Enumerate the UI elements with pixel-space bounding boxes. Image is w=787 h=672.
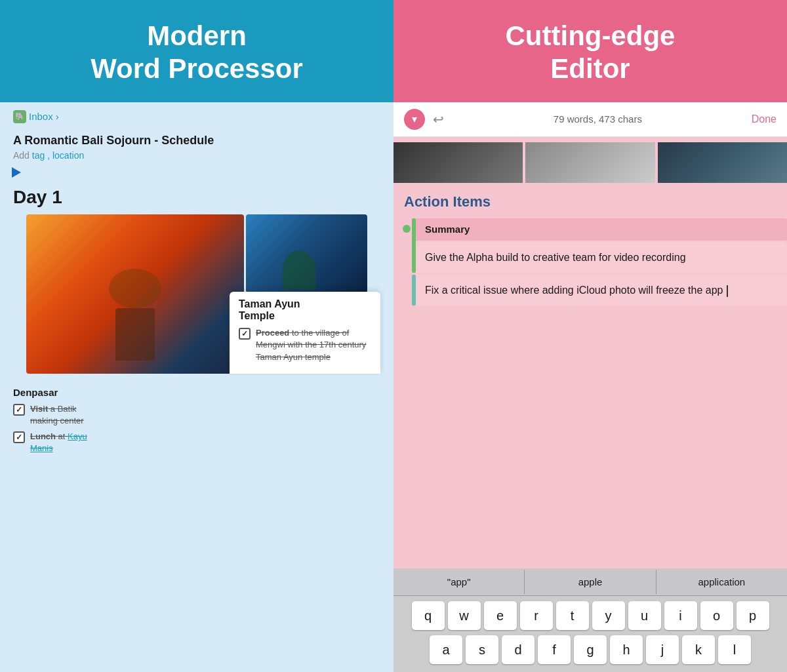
editor-toolbar: ▾ ↩ 79 words, 473 chars Done	[394, 102, 787, 137]
key-i[interactable]: i	[664, 601, 697, 630]
checklist-area: Denpasar Visit a Batikmaking center Lunc…	[0, 379, 394, 467]
key-y[interactable]: y	[592, 601, 625, 630]
left-panel: Modern Word Processor 🐘 Inbox › A Romant…	[0, 0, 394, 672]
text-cursor	[727, 285, 728, 297]
suggest-application[interactable]: application	[656, 570, 787, 594]
left-content: 🐘 Inbox › A Romantic Bali Sojourn - Sche…	[0, 102, 394, 672]
checkbox-proceed[interactable]	[239, 328, 251, 340]
chevron-down-icon: ▾	[412, 113, 417, 125]
summary-label: Summary	[425, 224, 470, 235]
undo-button[interactable]: ↩	[433, 111, 444, 127]
key-u[interactable]: u	[628, 601, 661, 630]
item-1-text: Give the Alpha build to creative team fo…	[425, 252, 686, 263]
editor-content[interactable]: Action Items Summary Give the Alpha buil…	[394, 183, 787, 568]
caption-card: Taman Ayun Temple Proceed to the village…	[230, 292, 380, 374]
key-h[interactable]: h	[610, 635, 643, 664]
key-k[interactable]: k	[682, 635, 715, 664]
evernote-icon: 🐘	[13, 110, 26, 123]
day-heading: Day 1	[0, 182, 394, 214]
checkbox-lunch[interactable]	[13, 431, 25, 443]
key-q[interactable]: q	[412, 601, 445, 630]
key-f[interactable]: f	[538, 635, 571, 664]
key-j[interactable]: j	[646, 635, 679, 664]
summary-box: Summary	[416, 218, 787, 241]
checkbox-visit[interactable]	[13, 404, 25, 416]
suggest-app-quoted[interactable]: "app"	[394, 570, 525, 594]
key-d[interactable]: d	[502, 635, 535, 664]
key-w[interactable]: w	[448, 601, 481, 630]
checklist-item-lunch: Lunch at KayuManis	[13, 431, 383, 454]
action-item-2: Fix a critical issue where adding iCloud…	[394, 275, 787, 306]
note-title: A Romantic Bali Sojourn - Schedule	[0, 131, 394, 149]
breadcrumb-text[interactable]: Inbox	[29, 111, 53, 122]
item-2-text: Fix a critical issue where adding iCloud…	[425, 285, 723, 296]
section-title: Action Items	[394, 193, 787, 210]
key-a[interactable]: a	[430, 635, 462, 664]
suggest-apple[interactable]: apple	[525, 570, 656, 594]
denpasar-section: Denpasar Visit a Batikmaking center Lunc…	[0, 379, 394, 467]
key-s[interactable]: s	[466, 635, 498, 664]
key-g[interactable]: g	[574, 635, 607, 664]
play-indicator-icon	[12, 167, 21, 178]
image-strip	[394, 137, 787, 183]
note-meta: Add tag , location	[0, 149, 394, 167]
keyboard: q w e r t y u i o p a s d f g h j k l	[394, 596, 787, 672]
key-t[interactable]: t	[556, 601, 589, 630]
keyboard-row-1: q w e r t y u i o p	[397, 601, 783, 630]
item-1-content[interactable]: Give the Alpha build to creative team fo…	[416, 242, 787, 273]
key-l[interactable]: l	[718, 635, 751, 664]
photo-top-right	[246, 214, 367, 293]
chevron-right-icon: ›	[56, 111, 59, 122]
checklist-text-visit: Visit a Batikmaking center	[30, 403, 84, 427]
expand-button[interactable]: ▾	[404, 109, 425, 130]
breadcrumb[interactable]: 🐘 Inbox ›	[0, 102, 394, 131]
image-thumb-1[interactable]	[394, 142, 523, 183]
item-2-content[interactable]: Fix a critical issue where adding iCloud…	[416, 275, 787, 306]
word-count-label: 79 words, 473 chars	[452, 113, 744, 125]
right-title: Cutting-edge Editor	[407, 20, 774, 86]
denpasar-label: Denpasar	[13, 387, 383, 398]
right-panel: Cutting-edge Editor ▾ ↩ 79 words, 473 ch…	[394, 0, 787, 672]
key-p[interactable]: p	[737, 601, 769, 630]
checklist-item-proceed: Proceed to the village of Mengwi with th…	[239, 327, 371, 363]
key-r[interactable]: r	[520, 601, 553, 630]
keyboard-row-2: a s d f g h j k l	[397, 635, 783, 664]
left-header: Modern Word Processor	[0, 0, 394, 102]
right-header: Cutting-edge Editor	[394, 0, 787, 102]
done-button[interactable]: Done	[752, 113, 777, 125]
action-item-1: Summary Give the Alpha build to creative…	[394, 218, 787, 273]
checklist-item-visit: Visit a Batikmaking center	[13, 403, 383, 427]
image-thumb-3[interactable]	[658, 142, 787, 183]
image-thumb-2[interactable]	[525, 142, 655, 183]
key-o[interactable]: o	[700, 601, 733, 630]
photo-section: Taman Ayun Temple Proceed to the village…	[13, 214, 380, 374]
checklist-text-proceed: Proceed to the village of Mengwi with th…	[256, 327, 371, 363]
photo-main	[26, 214, 244, 374]
keyboard-suggestions: "app" apple application	[394, 568, 787, 596]
caption-title: Taman Ayun Temple	[239, 298, 371, 322]
key-e[interactable]: e	[484, 601, 517, 630]
checklist-text-lunch: Lunch at KayuManis	[30, 431, 87, 454]
item-dot-1	[403, 225, 411, 233]
left-title: Modern Word Processor	[13, 20, 380, 86]
